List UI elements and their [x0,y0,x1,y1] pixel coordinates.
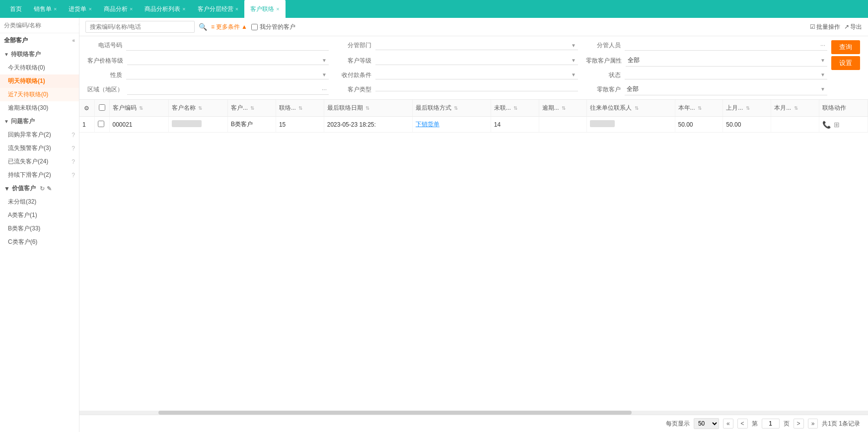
sidebar-search: 🔍 [0,18,79,33]
sort-icon[interactable]: ⇅ [562,105,566,111]
refresh-icon[interactable]: ↻ [40,185,45,192]
sort-icon[interactable]: ⇅ [513,105,517,111]
edit-icon[interactable]: ✎ [47,185,52,192]
cell-last-date: 2023-05-23 18:25: [324,117,412,133]
dept-select[interactable]: ▼ [375,41,578,50]
page-input[interactable] [762,419,780,429]
close-icon[interactable]: × [276,6,279,12]
region-select[interactable]: ··· [127,84,329,95]
filter-buttons: 查询 设置 [831,40,860,70]
page-size-select[interactable]: 50 100 [694,418,719,429]
th-checkbox[interactable] [94,100,109,117]
nav-product-analysis-list[interactable]: 商品分析列表 × [139,0,191,18]
sort-icon[interactable]: ⇅ [794,105,798,111]
row-checkbox[interactable] [98,121,104,127]
filter-payment: 收付款条件 ▼ [337,71,578,79]
filter-row-1: 电话号码 分管部门 ▼ 分管人员 [87,40,827,51]
nav-product-analysis[interactable]: 商品分析 × [98,0,139,18]
select-all-checkbox[interactable] [99,104,105,111]
close-icon[interactable]: × [130,6,133,12]
grid-action-icon[interactable]: ⊞ [834,121,840,129]
nav-purchase-order[interactable]: 进货单 × [63,0,97,18]
sidebar-item-overdue[interactable]: 逾期未联络(30) [0,101,79,115]
sidebar-search-input[interactable] [4,22,78,29]
last-page-btn[interactable]: » [808,419,818,429]
nav-customer-segment[interactable]: 客户分层经营 × [192,0,244,18]
sort-icon[interactable]: ⇅ [198,105,202,111]
dept-label: 分管部门 [337,41,371,50]
search-input[interactable] [85,21,195,33]
cell-last-method[interactable]: 下销货单 [413,117,491,133]
sidebar-item-today[interactable]: 今天待联络(0) [0,61,79,74]
nav-home[interactable]: 首页 [4,0,28,18]
content-area: 🔍 ≡ 更多条件 ▲ 我分管的客户 ☑ 批量操作 ↗ 导出 [79,18,868,432]
table-body: 1 000021 B类客户 15 2023-05-23 18:25: 下销货单 … [79,117,868,133]
chevron-up-icon: ▲ [241,23,247,30]
export-btn[interactable]: ↗ 导出 [844,23,862,31]
action-icons: 📞 ⊞ [822,121,865,129]
query-button[interactable]: 查询 [831,40,860,54]
settings-button[interactable]: 设置 [831,56,860,70]
chevron-down-icon: ▼ [820,58,825,63]
cell-checkbox[interactable] [94,117,109,133]
name-placeholder [172,120,202,127]
sidebar-item-churned[interactable]: 已流失客户(24) ? [0,155,79,168]
sort-icon[interactable]: ⇅ [698,105,702,111]
table-row: 1 000021 B类客户 15 2023-05-23 18:25: 下销货单 … [79,117,868,133]
close-icon[interactable]: × [182,6,185,12]
first-page-btn[interactable]: « [723,419,733,429]
customer-type-select[interactable] [375,88,578,91]
close-icon[interactable]: × [54,6,57,12]
manager-select[interactable]: ··· [625,40,827,51]
close-icon[interactable]: × [88,6,91,12]
sort-icon[interactable]: ⇅ [635,105,639,111]
close-icon[interactable]: × [235,6,238,12]
sidebar-item-continuous-down[interactable]: 持续下滑客户(2) ? [0,168,79,182]
price-level-select[interactable]: ▼ [127,56,329,65]
more-conditions-btn[interactable]: ≡ 更多条件 ▲ [211,23,247,31]
sidebar-all-customers-header[interactable]: 全部客户 « [0,33,79,48]
prev-page-btn[interactable]: < [737,419,748,429]
cell-not-contacted: 14 [491,117,539,133]
cell-this-month [771,117,819,133]
sort-icon[interactable]: ⇅ [365,105,369,111]
phone-input[interactable] [126,40,329,51]
horizontal-scrollbar[interactable] [79,411,868,415]
payment-label: 收付款条件 [337,71,371,79]
sort-icon[interactable]: ⇅ [250,105,254,111]
customer-level-select[interactable]: ▼ [375,56,578,65]
filter-region: 区域（地区） ··· [87,84,329,95]
my-customers-checkbox[interactable] [251,24,258,30]
sidebar-item-tomorrow[interactable]: 明天待联络(1) [0,74,79,88]
sidebar-item-week[interactable]: 近7天待联络(0) [0,88,79,101]
cell-type: B类客户 [228,117,276,133]
retail-attr-select[interactable]: 全部 ▼ [626,55,827,67]
sidebar-item-b-class[interactable]: B类客户(33) [0,222,79,235]
sidebar-item-churn-risk[interactable]: 流失预警客户(3) ? [0,142,79,155]
retail-customer-select[interactable]: 全部 ▼ [625,83,827,95]
batch-ops-btn[interactable]: ☑ 批量操作 [810,23,840,31]
sort-icon[interactable]: ⇅ [139,105,143,111]
status-select[interactable]: ▼ [625,71,827,79]
filter-retail-customer: 零散客户 全部 ▼ [586,83,827,95]
sort-icon[interactable]: ⇅ [298,105,302,111]
nav-customer-contact[interactable]: 客户联络 × [244,0,285,18]
th-settings[interactable]: ⚙ [79,100,94,117]
nav-sales-order[interactable]: 销售单 × [28,0,63,18]
nature-select[interactable]: ▼ [126,71,329,79]
sidebar-item-ungrouped[interactable]: 未分组(32) [0,195,79,209]
next-page-btn[interactable]: > [794,419,804,429]
payment-select[interactable]: ▼ [375,71,578,79]
chevron-down-icon: ▼ [571,58,576,63]
sort-icon[interactable]: ⇅ [454,105,458,111]
sidebar-item-a-class[interactable]: A类客户(1) [0,209,79,222]
search-button[interactable]: 🔍 [199,23,207,31]
sidebar-item-repurchase[interactable]: 回购异常客户(2) ? [0,128,79,142]
triangle-icon: ▼ [4,52,9,57]
sort-icon[interactable]: ⇅ [746,105,750,111]
sidebar-item-c-class[interactable]: C类客户(6) [0,235,79,249]
my-customers-checkbox-label[interactable]: 我分管的客户 [251,23,295,31]
scrollbar-thumb[interactable] [158,411,632,415]
phone-action-icon[interactable]: 📞 [822,121,831,129]
cell-code: 000021 [109,117,168,133]
